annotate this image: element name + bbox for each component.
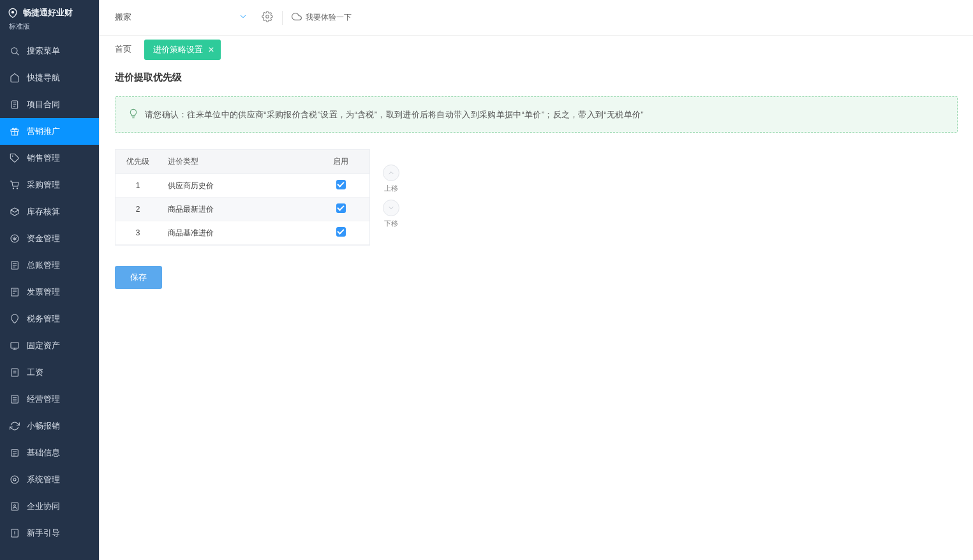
- sidebar-item-14[interactable]: 小畅报销: [0, 413, 99, 439]
- sidebar-item-label: 总账管理: [27, 260, 60, 271]
- save-button[interactable]: 保存: [115, 266, 162, 289]
- svg-point-6: [13, 188, 13, 189]
- brand-edition: 标准版: [0, 22, 99, 38]
- sidebar-item-label: 小畅报销: [27, 420, 60, 432]
- refresh-icon: [9, 420, 20, 432]
- sidebar-item-label: 工资: [27, 367, 43, 378]
- content: 进价提取优先级 请您确认：往来单位中的供应商“采购报价含税”设置，为“含税”，取…: [100, 63, 973, 304]
- ledger-icon: [9, 260, 20, 271]
- brand-name: 畅捷通好业财: [23, 7, 73, 18]
- sidebar-item-label: 库存核算: [27, 206, 60, 217]
- col-enable: 启用: [312, 150, 369, 174]
- sidebar-item-2[interactable]: 项目合同: [0, 91, 99, 118]
- tax-icon: [9, 313, 20, 325]
- sidebar-item-label: 基础信息: [27, 447, 60, 459]
- sidebar-item-9[interactable]: 发票管理: [0, 279, 99, 306]
- sidebar-item-10[interactable]: 税务管理: [0, 306, 99, 332]
- sidebar-item-label: 销售管理: [27, 152, 60, 164]
- checkbox-enabled[interactable]: [336, 180, 346, 189]
- topbar: 搬家 我要体验一下: [100, 0, 973, 36]
- cell-type: 供应商历史价: [160, 174, 312, 198]
- checkbox-enabled[interactable]: [336, 227, 346, 237]
- cell-type: 商品最新进价: [160, 198, 312, 221]
- tabs: 首页 进价策略设置 ✕: [100, 36, 973, 63]
- checkbox-enabled[interactable]: [336, 203, 346, 213]
- sidebar-item-4[interactable]: 销售管理: [0, 145, 99, 172]
- tab-close-icon[interactable]: ✕: [208, 45, 214, 54]
- page-title: 进价提取优先级: [115, 71, 958, 84]
- sidebar-item-label: 项目合同: [27, 99, 60, 110]
- sidebar-item-16[interactable]: 系统管理: [0, 466, 99, 493]
- sidebar-item-8[interactable]: 总账管理: [0, 252, 99, 279]
- sidebar-item-11[interactable]: 固定资产: [0, 332, 99, 359]
- move-up-label: 上移: [384, 184, 398, 193]
- collab-icon: [9, 501, 20, 512]
- col-priority: 优先级: [115, 150, 160, 174]
- svg-point-7: [17, 188, 17, 189]
- sidebar-item-label: 新手引导: [27, 527, 60, 539]
- svg-rect-10: [11, 288, 19, 296]
- cell-type: 商品基准进价: [160, 221, 312, 245]
- experience-link[interactable]: 我要体验一下: [292, 11, 352, 24]
- bulb-icon: [128, 108, 138, 121]
- cloud-icon: [292, 11, 302, 24]
- table-row[interactable]: 1供应商历史价: [115, 174, 369, 198]
- sidebar-item-label: 营销推广: [27, 126, 60, 137]
- svg-point-20: [266, 15, 269, 18]
- tab-active[interactable]: 进价策略设置 ✕: [144, 40, 221, 60]
- brand-logo-icon: [6, 6, 19, 19]
- sidebar: 畅捷通好业财 标准版 搜索菜单快捷导航项目合同营销推广销售管理采购管理库存核算资…: [0, 0, 99, 560]
- org-dropdown-label: 搬家: [115, 11, 131, 23]
- svg-point-15: [13, 478, 16, 481]
- cart-icon: [9, 179, 20, 191]
- notice-text: 请您确认：往来单位中的供应商“采购报价含税”设置，为“含税”，取到进价后将自动带…: [145, 109, 644, 121]
- tab-active-label: 进价策略设置: [153, 44, 203, 55]
- sidebar-item-15[interactable]: 基础信息: [0, 439, 99, 466]
- sidebar-item-label: 税务管理: [27, 313, 60, 325]
- sidebar-item-label: 系统管理: [27, 474, 60, 485]
- system-icon: [9, 474, 20, 485]
- sidebar-item-3[interactable]: 营销推广: [0, 118, 99, 145]
- home-icon: [9, 72, 20, 84]
- sidebar-item-label: 经营管理: [27, 394, 60, 405]
- tab-home[interactable]: 首页: [110, 36, 137, 63]
- sidebar-item-7[interactable]: 资金管理: [0, 225, 99, 252]
- box-icon: [9, 206, 20, 217]
- document-icon: [9, 99, 20, 110]
- sidebar-item-6[interactable]: 库存核算: [0, 198, 99, 225]
- tag-icon: [9, 152, 20, 164]
- move-up-button[interactable]: [383, 165, 399, 181]
- priority-table: 优先级 进价类型 启用 1供应商历史价2商品最新进价3商品基准进价: [115, 149, 370, 246]
- list-icon: [9, 447, 20, 459]
- move-down-button[interactable]: [383, 200, 399, 216]
- nav-list: 搜索菜单快捷导航项目合同营销推广销售管理采购管理库存核算资金管理总账管理发票管理…: [0, 38, 99, 560]
- notice-banner: 请您确认：往来单位中的供应商“采购报价含税”设置，为“含税”，取到进价后将自动带…: [115, 96, 958, 133]
- brand: 畅捷通好业财: [0, 0, 99, 22]
- cell-enable: [312, 198, 369, 221]
- search-icon: [9, 45, 20, 57]
- sidebar-item-label: 搜索菜单: [27, 45, 60, 57]
- org-dropdown[interactable]: 搬家: [112, 8, 253, 28]
- sidebar-item-5[interactable]: 采购管理: [0, 172, 99, 198]
- sidebar-item-18[interactable]: 新手引导: [0, 520, 99, 547]
- gift-icon: [9, 126, 20, 137]
- svg-point-16: [11, 476, 19, 483]
- sidebar-item-0[interactable]: 搜索菜单: [0, 38, 99, 64]
- chevron-down-icon: [239, 12, 248, 23]
- sidebar-item-label: 资金管理: [27, 233, 60, 244]
- cell-enable: [312, 221, 369, 245]
- move-controls: 上移 下移: [383, 149, 399, 232]
- main: 搬家 我要体验一下 首页 进价策略设置 ✕: [99, 0, 973, 560]
- svg-point-18: [14, 505, 16, 506]
- sidebar-item-12[interactable]: 工资: [0, 359, 99, 386]
- table-row[interactable]: 2商品最新进价: [115, 198, 369, 221]
- sidebar-item-13[interactable]: 经营管理: [0, 386, 99, 413]
- cell-priority: 2: [115, 198, 160, 221]
- sidebar-item-1[interactable]: 快捷导航: [0, 64, 99, 91]
- sidebar-item-label: 快捷导航: [27, 72, 60, 84]
- move-down-label: 下移: [384, 219, 398, 228]
- sidebar-item-17[interactable]: 企业协同: [0, 493, 99, 520]
- cell-priority: 3: [115, 221, 160, 245]
- settings-button[interactable]: [262, 11, 273, 24]
- table-row[interactable]: 3商品基准进价: [115, 221, 369, 245]
